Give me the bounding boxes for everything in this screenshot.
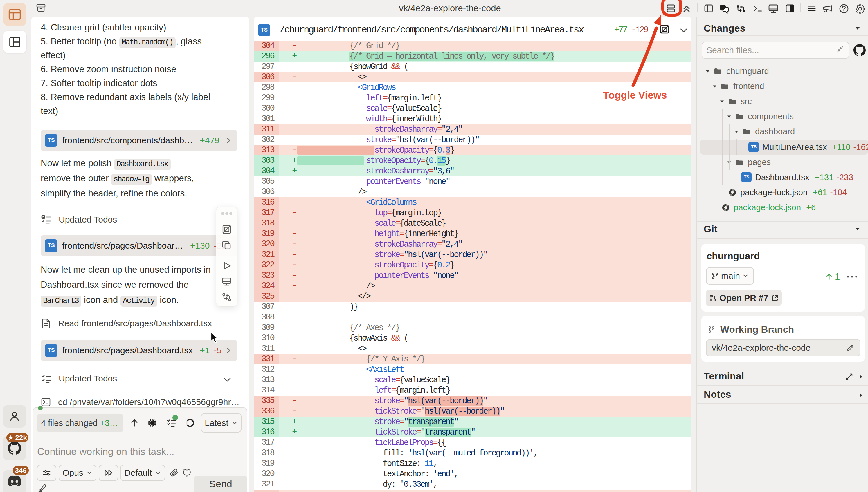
svg-text:Toggle Views: Toggle Views xyxy=(603,89,667,101)
